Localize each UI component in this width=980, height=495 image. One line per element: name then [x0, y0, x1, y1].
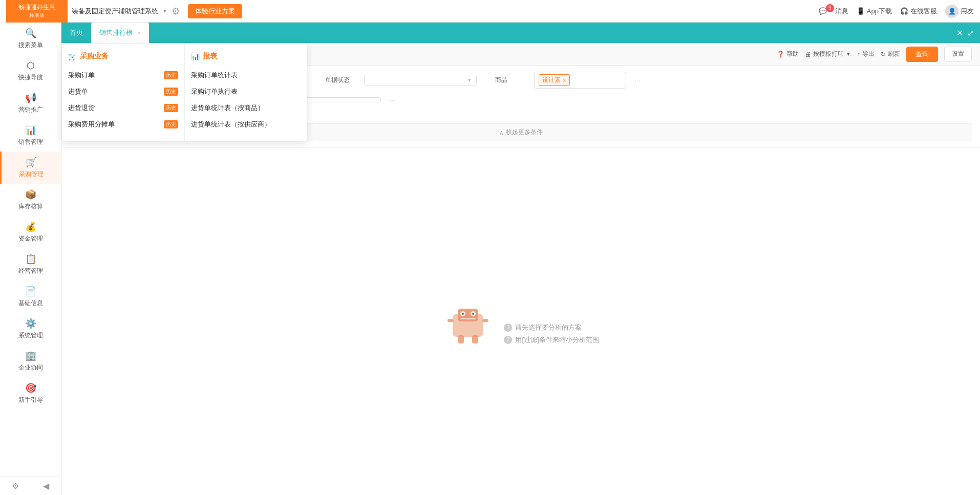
dropdown-item-goods-in[interactable]: 进货单 历史 [68, 83, 178, 100]
purchase-business-title: 🛒 采购业务 [68, 52, 178, 61]
dropdown-item-purchase-order-stats[interactable]: 采购订单统计表 [191, 67, 301, 83]
purchase-icon-title: 🛒 [68, 52, 77, 60]
purchase-expense-label: 采购费用分摊单 [68, 120, 115, 129]
purchase-order-label: 采购订单 [68, 71, 95, 80]
dropdown-item-goods-stats-supplier[interactable]: 进货单统计表（按供应商） [191, 116, 301, 133]
dropdown-item-purchase-order[interactable]: 采购订单 历史 [68, 67, 178, 83]
report-title: 📊 报表 [191, 52, 301, 61]
goods-in-history: 历史 [164, 88, 178, 96]
goods-return-history: 历史 [164, 104, 178, 112]
dropdown-item-goods-stats-product[interactable]: 进货单统计表（按商品） [191, 100, 301, 116]
purchase-business-col: 🛒 采购业务 采购订单 历史 进货单 历史 进货退货 历史 采购费用分摊单 历史 [62, 44, 185, 141]
purchase-order-stats-label: 采购订单统计表 [191, 71, 238, 80]
dropdown-item-goods-return[interactable]: 进货退货 历史 [68, 100, 178, 116]
dropdown-item-purchase-order-exec[interactable]: 采购订单执行表 [191, 83, 301, 100]
purchase-order-exec-label: 采购订单执行表 [191, 87, 238, 96]
purchase-dropdown-menu: 🛒 采购业务 采购订单 历史 进货单 历史 进货退货 历史 采购费用分摊单 历史… [61, 43, 307, 141]
dropdown-item-purchase-expense[interactable]: 采购费用分摊单 历史 [68, 116, 178, 133]
purchase-order-history: 历史 [164, 71, 178, 79]
report-icon-title: 📊 [191, 52, 200, 60]
goods-stats-product-label: 进货单统计表（按商品） [191, 103, 264, 113]
goods-return-label: 进货退货 [68, 103, 95, 113]
purchase-expense-history: 历史 [164, 120, 178, 128]
report-col: 📊 报表 采购订单统计表 采购订单执行表 进货单统计表（按商品） 进货单统计表（… [185, 44, 307, 141]
goods-in-label: 进货单 [68, 87, 88, 96]
goods-stats-supplier-label: 进货单统计表（按供应商） [191, 120, 271, 129]
